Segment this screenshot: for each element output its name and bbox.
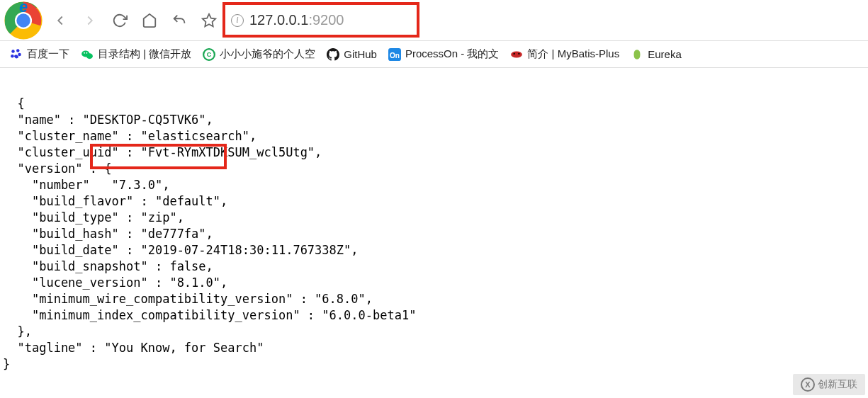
svg-point-6 xyxy=(11,50,15,53)
json-line: "build_type" : "zip", xyxy=(3,210,184,224)
browser-toolbar: e i 127.0.0.1:9200 xyxy=(0,0,868,41)
address-host: 127.0.0.1 xyxy=(249,12,308,28)
svg-text:On: On xyxy=(390,51,400,59)
svg-text:C: C xyxy=(207,51,212,58)
svg-point-9 xyxy=(18,52,21,56)
bookmark-label: Eureka xyxy=(648,48,682,60)
json-line: "lucene_version" : "8.1.0", xyxy=(3,275,227,290)
bookmark-github[interactable]: GitHub xyxy=(327,48,377,61)
bookmarks-bar: 百度一下 目录结构 | 微信开放 C小小小施爷的个人空 GitHub OnPro… xyxy=(0,41,868,68)
svg-point-20 xyxy=(519,52,520,54)
watermark-text: 创新互联 xyxy=(818,378,857,391)
json-line: "build_flavor" : "default", xyxy=(3,194,227,208)
bookmark-wechat[interactable]: 目录结构 | 微信开放 xyxy=(81,47,191,61)
svg-point-18 xyxy=(512,51,523,57)
json-line: "cluster_name" : "elasticsearch", xyxy=(3,129,257,143)
bookmark-processon[interactable]: OnProcessOn - 我的文 xyxy=(388,47,500,61)
json-response: { "name" : "DESKTOP-CQ5TVK6", "cluster_n… xyxy=(0,68,868,384)
bookmark-label: 简介 | MyBatis-Plus xyxy=(527,47,619,61)
json-line: { xyxy=(17,96,24,110)
bookmark-csdn[interactable]: C小小小施爷的个人空 xyxy=(203,47,315,61)
reload-button[interactable] xyxy=(106,7,133,34)
json-line: "version" : { xyxy=(3,161,112,176)
json-line: "minimum_index_compatibility_version" : … xyxy=(3,308,416,322)
json-line: "number" "7.3.0", xyxy=(3,178,169,192)
address-bar[interactable]: i 127.0.0.1:9200 xyxy=(231,12,862,28)
bookmark-baidu[interactable]: 百度一下 xyxy=(10,47,69,61)
svg-point-19 xyxy=(514,52,515,54)
svg-marker-5 xyxy=(203,13,215,25)
svg-text:e: e xyxy=(19,0,28,15)
browser-logo-icon: e xyxy=(3,0,44,41)
baidu-icon xyxy=(10,48,23,61)
eureka-icon xyxy=(631,48,643,61)
undo-button[interactable] xyxy=(166,7,193,34)
json-line: }, xyxy=(3,324,32,339)
json-line: "build_hash" : "de777fa", xyxy=(3,227,213,241)
json-line: "build_snapshot" : false, xyxy=(3,259,213,273)
processon-icon: On xyxy=(388,48,401,61)
json-line: "name" : "DESKTOP-CQ5TVK6", xyxy=(3,113,213,127)
mybatis-icon xyxy=(510,48,523,61)
json-line: "build_date" : "2019-07-24T18:30:11.7673… xyxy=(3,243,359,257)
info-icon[interactable]: i xyxy=(231,14,244,27)
bookmark-label: 目录结构 | 微信开放 xyxy=(98,47,191,61)
wechat-icon xyxy=(81,48,94,61)
bookmark-label: 百度一下 xyxy=(27,47,69,61)
csdn-icon: C xyxy=(203,48,215,61)
json-line: "tagline" : "You Know, for Search" xyxy=(3,341,264,355)
watermark-icon: X xyxy=(801,377,815,392)
json-line: } xyxy=(3,357,10,371)
github-icon xyxy=(327,48,339,61)
bookmark-label: ProcessOn - 我的文 xyxy=(405,47,500,61)
favorite-button[interactable] xyxy=(196,7,222,34)
forward-button[interactable] xyxy=(77,7,103,34)
svg-point-3 xyxy=(16,13,30,27)
svg-point-11 xyxy=(86,53,93,59)
address-port: :9200 xyxy=(308,12,344,28)
json-line: "minimum_wire_compatibility_version" : "… xyxy=(3,292,373,306)
svg-point-8 xyxy=(11,55,14,58)
bookmark-label: GitHub xyxy=(344,48,377,60)
svg-point-7 xyxy=(16,49,20,52)
home-button[interactable] xyxy=(136,7,163,34)
back-button[interactable] xyxy=(47,7,74,34)
bookmark-eureka[interactable]: Eureka xyxy=(631,48,682,61)
bookmark-mybatis[interactable]: 简介 | MyBatis-Plus xyxy=(510,47,619,61)
svg-point-13 xyxy=(86,52,88,53)
bookmark-label: 小小小施爷的个人空 xyxy=(220,47,315,61)
svg-point-12 xyxy=(84,52,85,53)
json-line: "cluster_uuid" : "Fvt-RYmXTDKSUM_wcl5Utg… xyxy=(3,145,322,159)
watermark: X 创新互联 xyxy=(793,374,865,395)
